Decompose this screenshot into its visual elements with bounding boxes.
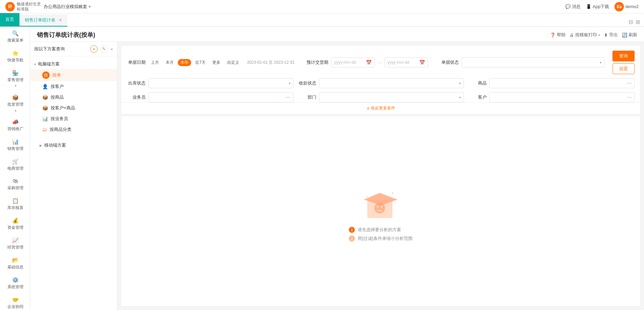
- more-date-button[interactable]: 更多: [210, 59, 223, 66]
- ship-status-label: 出库状态: [127, 80, 146, 86]
- filter-section: 单据日期 上月 本月 本年 近7天 更多 自定义 2023-01-01 至 20…: [121, 46, 640, 114]
- edit-scheme-button[interactable]: ✎: [100, 45, 108, 53]
- sidebar-item-quick-nav[interactable]: ⭐ 快捷导航: [0, 47, 30, 66]
- department-group: 部门 ▾: [298, 92, 464, 102]
- step-1-number: 1: [349, 227, 355, 233]
- window-maximize-icon[interactable]: ⊞: [636, 19, 640, 25]
- mobile-scheme-group-title[interactable]: ▶ 移动端方案: [30, 140, 117, 150]
- product-group: 商品 ···: [468, 78, 635, 88]
- sidebar: 🔍 搜索菜单 ⭐ 快捷导航 🏪 零售管理 ▾ 📦 批发管理 ▴ 📣 营销推广 📊…: [0, 27, 30, 310]
- topbar: 好 畅捷通好生意 标准版 办公用品行业模拟账套 ▾ 💬 消息 📱 App下载 E…: [0, 0, 644, 13]
- customer-dots-icon: ···: [627, 94, 632, 100]
- department-label: 部门: [298, 94, 316, 100]
- right-panel: 单据日期 上月 本月 本年 近7天 更多 自定义 2023-01-01 至 20…: [117, 42, 644, 310]
- left-panel-header: 按以下方案查询 + ✎ «: [30, 42, 117, 56]
- print-button[interactable]: 🖨 按模板打印 ▾: [570, 32, 600, 38]
- date-filter-group: 单据日期 上月 本月 本年 近7天 更多 自定义 2023-01-01 至 20…: [127, 59, 294, 66]
- action-buttons: 查询 设置: [612, 51, 635, 74]
- user-profile[interactable]: Ea demo2: [614, 2, 639, 11]
- sidebar-item-wholesale[interactable]: 📦 批发管理 ▴: [0, 91, 30, 115]
- collapse-bar[interactable]: ∧ 收起更多条件: [121, 102, 640, 114]
- this-month-button[interactable]: 本月: [163, 59, 176, 66]
- message-button[interactable]: 💬 消息: [565, 4, 581, 10]
- ship-status-select[interactable]: ▾: [148, 78, 293, 88]
- filter-row-3: 业务员 ··· 部门 ▾: [127, 92, 635, 102]
- payment-status-select[interactable]: ▾: [319, 78, 464, 88]
- left-panel-icons: + ✎ «: [90, 45, 113, 53]
- svg-point-2: [374, 203, 385, 213]
- help-button[interactable]: ❓ 帮助: [550, 32, 566, 38]
- doc-status-select[interactable]: ▾: [462, 57, 604, 67]
- sidebar-item-purchase[interactable]: 🛍 采购管理: [0, 175, 30, 194]
- sidebar-item-search[interactable]: 🔍 搜索菜单: [0, 27, 30, 47]
- payment-status-group: 收款状态 ▾: [298, 78, 464, 88]
- date-range-dash: —: [377, 60, 382, 65]
- topbar-right: 💬 消息 📱 App下载 Ea demo2: [565, 2, 639, 11]
- sales-order-tab-label: 销售订单统计表: [25, 17, 55, 23]
- sidebar-item-operations[interactable]: 📈 经营管理: [0, 234, 30, 254]
- help-icon: ❓: [550, 33, 555, 38]
- desktop-scheme-group-title[interactable]: ▾ 电脑端方案: [30, 59, 117, 69]
- collapse-panel-icon[interactable]: «: [110, 46, 113, 52]
- payment-caret: ▾: [459, 82, 461, 85]
- svg-text:✦: ✦: [394, 201, 396, 204]
- doc-status-caret: ▾: [600, 61, 601, 64]
- export-button[interactable]: ⬇ 导出: [604, 32, 618, 38]
- scheme-item-by-product[interactable]: 📦 按商品: [30, 92, 117, 103]
- step-2-number: 2: [349, 236, 355, 242]
- sidebar-item-retail[interactable]: 🏪 零售管理 ▾: [0, 66, 30, 91]
- custom-date-button[interactable]: 自定义: [224, 59, 242, 66]
- sidebar-item-basic-info[interactable]: 📂 基础信息: [0, 254, 30, 273]
- print-expand-icon: ▾: [598, 33, 600, 37]
- ship-caret: ▾: [289, 82, 290, 85]
- department-select[interactable]: ▾: [319, 92, 464, 102]
- settings-button[interactable]: 设置: [612, 63, 635, 74]
- tab-home[interactable]: 首页: [0, 13, 19, 27]
- sidebar-item-enterprise-collab[interactable]: 🤝 企业协同: [0, 293, 30, 310]
- this-year-button[interactable]: 本年: [178, 59, 191, 66]
- home-tab-label: 首页: [5, 16, 14, 22]
- scheme-item-by-product-category[interactable]: 🗂 按商品分类: [30, 124, 117, 135]
- tab-sales-order-stats[interactable]: 销售订单统计表 ✕: [19, 14, 67, 27]
- combined-icon: 📦: [42, 105, 48, 111]
- prev-month-button[interactable]: 上月: [148, 59, 162, 66]
- add-scheme-button[interactable]: +: [90, 45, 98, 53]
- logo-icon: 好: [5, 2, 15, 11]
- expected-delivery-start[interactable]: yyyy-mm-dd 📅: [331, 57, 375, 67]
- export-icon: ⬇: [604, 33, 608, 38]
- refresh-button[interactable]: 🔄 刷新: [622, 32, 637, 38]
- main-layout: 🔍 搜索菜单 ⭐ 快捷导航 🏪 零售管理 ▾ 📦 批发管理 ▴ 📣 营销推广 📊…: [0, 27, 644, 310]
- expand-icon: ▾: [15, 84, 16, 88]
- scheme-item-by-customer-product[interactable]: 📦 按客户+商品: [30, 103, 117, 113]
- customer-input[interactable]: ···: [489, 92, 635, 102]
- sidebar-item-inventory[interactable]: 📋 库存核算: [0, 194, 30, 214]
- tab-close-icon[interactable]: ✕: [59, 18, 62, 22]
- scheme-item-by-customer[interactable]: 👤 按客户: [30, 81, 117, 92]
- expected-delivery-end[interactable]: yyyy-mm-dd 📅: [384, 57, 428, 67]
- product-input[interactable]: ···: [489, 78, 635, 88]
- app-icon: 📱: [586, 4, 591, 9]
- 7days-button[interactable]: 近7天: [193, 59, 208, 66]
- date-quick-buttons: 上月 本月 本年 近7天 更多 自定义: [148, 59, 242, 66]
- sidebar-item-sales[interactable]: 📊 销售管理: [0, 135, 30, 155]
- svg-text:✦: ✦: [366, 195, 368, 199]
- collab-icon: 🤝: [12, 297, 19, 303]
- breadcrumb[interactable]: 办公用品行业模拟账套 ▾: [44, 4, 91, 10]
- content-area: 销售订单统计表(按单) ❓ 帮助 🖨 按模板打印 ▾ ⬇ 导出 🔄 刷新: [30, 27, 644, 310]
- scheme-item-by-salesperson[interactable]: 📊 按业务员: [30, 113, 117, 124]
- window-minimize-icon[interactable]: ⊟: [629, 19, 633, 25]
- payment-status-label: 收款状态: [298, 80, 316, 86]
- sidebar-item-marketing[interactable]: 📣 营销推广: [0, 115, 30, 135]
- refresh-icon: 🔄: [622, 33, 627, 38]
- app-download-button[interactable]: 📱 App下载: [586, 4, 609, 10]
- scheme-item-by-order[interactable]: 按 按单: [30, 69, 117, 81]
- sidebar-item-ecommerce[interactable]: 🛒 电商管理: [0, 155, 30, 175]
- svg-text:✦: ✦: [391, 191, 394, 196]
- sidebar-item-system[interactable]: ⚙️ 系统管理: [0, 273, 30, 293]
- salesperson-input[interactable]: ···: [148, 92, 293, 102]
- mobile-scheme-group: ▶ 移动端方案: [30, 138, 117, 153]
- query-button[interactable]: 查询: [612, 51, 635, 61]
- desktop-scheme-group: ▾ 电脑端方案 按 按单 👤 按客户 📦 按商品: [30, 56, 117, 138]
- basic-info-icon: 📂: [12, 257, 19, 263]
- sidebar-item-finance[interactable]: 💰 资金管理: [0, 214, 30, 234]
